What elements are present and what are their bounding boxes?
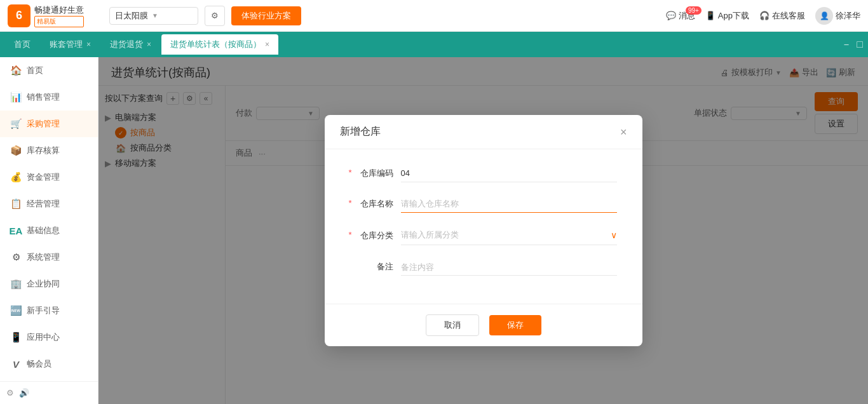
dialog-footer: 取消 保存: [325, 304, 642, 346]
tab-purchase-stat[interactable]: 进货单统计表（按商品） ×: [161, 34, 278, 55]
sidebar-finance-label: 资金管理: [27, 172, 60, 183]
sidebar-sales-label: 销售管理: [27, 91, 60, 103]
name-input[interactable]: [401, 195, 617, 213]
store-name: 日太阳膜: [115, 10, 148, 22]
tab-account-close[interactable]: ×: [86, 40, 91, 49]
tab-purchase-stat-label: 进货单统计表（按商品）: [170, 39, 261, 50]
add-warehouse-dialog: 新增仓库 × 仓库编码 仓库名称 仓库分类: [325, 115, 642, 346]
category-select[interactable]: 请输入所属分类 ∨: [401, 226, 617, 245]
user-item[interactable]: 👤 徐泽华: [815, 7, 860, 25]
sidebar-system-label: 系统管理: [27, 252, 60, 263]
sidebar-purchase-label: 采购管理: [27, 118, 60, 130]
inventory-icon: 📦: [10, 145, 22, 156]
category-label: 仓库分类: [350, 230, 401, 241]
sidebar-item-app-center[interactable]: 📱 应用中心: [0, 324, 98, 351]
tab-purchase-stat-close[interactable]: ×: [265, 40, 269, 49]
settings-button[interactable]: ⚙: [205, 6, 225, 26]
sidebar-operations-label: 经营管理: [27, 198, 60, 210]
guide-icon: 🆕: [10, 305, 22, 316]
tab-minimize-icon[interactable]: －: [841, 38, 851, 51]
code-input[interactable]: [401, 165, 617, 182]
app-download-label: App下载: [718, 10, 749, 22]
online-service-label: 在线客服: [772, 10, 805, 22]
app-download-item[interactable]: 📱 App下载: [705, 10, 749, 22]
category-arrow: ∨: [611, 230, 617, 240]
tab-maximize-icon[interactable]: □: [857, 39, 863, 50]
sidebar-basic-info-label: 基础信息: [27, 225, 60, 236]
basic-info-icon: EA: [10, 225, 22, 236]
operations-icon: 📋: [10, 198, 22, 210]
form-row-note: 备注: [350, 258, 617, 276]
tab-account-label: 账套管理: [50, 39, 83, 50]
tab-home[interactable]: 首页: [5, 34, 39, 55]
sidebar-item-inventory[interactable]: 📦 库存核算: [0, 137, 98, 164]
system-icon: ⚙: [10, 252, 22, 263]
sidebar-item-purchase[interactable]: 🛒 采购管理: [0, 111, 98, 137]
sidebar-inventory-label: 库存核算: [27, 145, 60, 156]
app-center-icon: 📱: [10, 332, 22, 343]
message-icon: 💬: [666, 11, 676, 20]
online-service-item[interactable]: 🎧 在线客服: [759, 10, 805, 22]
sidebar-item-sales[interactable]: 📊 销售管理: [0, 84, 98, 111]
purchase-icon: 🛒: [10, 118, 22, 130]
form-row-category: 仓库分类 请输入所属分类 ∨: [350, 226, 617, 245]
tab-bar-controls: － □: [841, 38, 863, 51]
dialog-header: 新增仓库 ×: [325, 115, 642, 149]
sidebar-enterprise-label: 企业协同: [27, 278, 60, 290]
form-row-code: 仓库编码: [350, 165, 617, 182]
username-label: 徐泽华: [836, 10, 860, 22]
notification-item[interactable]: 💬 消息 99+: [666, 10, 695, 22]
sidebar-app-center-label: 应用中心: [27, 332, 60, 343]
store-selector-arrow: ▼: [152, 12, 158, 19]
main-layout: 🏠 首页 📊 销售管理 🛒 采购管理 📦 库存核算 💰 资金管理 📋 经营管理 …: [0, 57, 868, 404]
top-header: 6 畅捷通好生意 精易版 日太阳膜 ▼ ⚙ 体验行业方案 💬 消息 99+ 📱 …: [0, 0, 868, 32]
sidebar-guide-label: 新手引导: [27, 305, 60, 316]
tab-account[interactable]: 账套管理 ×: [41, 34, 100, 55]
sidebar-item-system[interactable]: ⚙ 系统管理: [0, 244, 98, 271]
sidebar: 🏠 首页 📊 销售管理 🛒 采购管理 📦 库存核算 💰 资金管理 📋 经营管理 …: [0, 57, 98, 404]
sidebar-item-basic-info[interactable]: EA 基础信息: [0, 217, 98, 244]
dialog-title: 新增仓库: [340, 125, 381, 138]
category-placeholder: 请输入所属分类: [401, 229, 459, 241]
brand-text: 畅捷通好生意 精易版: [34, 4, 84, 27]
dialog-body: 仓库编码 仓库名称 仓库分类 请输入所属分类 ∨: [325, 149, 642, 304]
cancel-button[interactable]: 取消: [426, 314, 479, 336]
app-badge: 精易版: [34, 16, 84, 27]
dialog-close-button[interactable]: ×: [620, 126, 627, 138]
app-logo-icon: 6: [8, 4, 31, 27]
tab-bar: 首页 账套管理 × 进货退货 × 进货单统计表（按商品） × － □: [0, 32, 868, 57]
store-selector[interactable]: 日太阳膜 ▼: [109, 7, 198, 25]
tab-home-label: 首页: [14, 39, 31, 50]
name-label: 仓库名称: [350, 198, 401, 210]
headset-icon: 🎧: [759, 11, 770, 20]
sidebar-home-label: 首页: [27, 65, 43, 76]
tab-purchase-return[interactable]: 进货退货 ×: [101, 34, 160, 55]
phone-icon: 📱: [705, 11, 715, 20]
form-row-name: 仓库名称: [350, 195, 617, 213]
sidebar-item-enterprise[interactable]: 🏢 企业协同: [0, 271, 98, 297]
home-icon: 🏠: [10, 65, 22, 76]
sidebar-speaker-icon[interactable]: 🔊: [19, 388, 29, 398]
header-right: 💬 消息 99+ 📱 App下载 🎧 在线客服 👤 徐泽华: [666, 7, 860, 25]
enterprise-icon: 🏢: [10, 278, 22, 290]
sidebar-vip-label: 畅会员: [27, 358, 51, 370]
sidebar-bottom: ⚙ 🔊: [0, 381, 98, 404]
notification-badge: 99+: [686, 6, 702, 15]
finance-icon: 💰: [10, 172, 22, 183]
sales-icon: 📊: [10, 91, 22, 103]
sidebar-settings-icon[interactable]: ⚙: [6, 388, 14, 398]
tab-purchase-return-close[interactable]: ×: [147, 40, 151, 49]
gear-icon: ⚙: [211, 11, 219, 20]
sidebar-item-operations[interactable]: 📋 经营管理: [0, 191, 98, 217]
sidebar-item-home[interactable]: 🏠 首页: [0, 57, 98, 84]
sidebar-item-finance[interactable]: 💰 资金管理: [0, 164, 98, 191]
sidebar-item-vip[interactable]: V 畅会员: [0, 351, 98, 377]
note-label: 备注: [350, 261, 401, 273]
vip-icon: V: [10, 358, 22, 370]
sidebar-item-guide[interactable]: 🆕 新手引导: [0, 297, 98, 324]
note-textarea[interactable]: [401, 258, 617, 276]
save-button[interactable]: 保存: [489, 315, 541, 335]
user-avatar: 👤: [815, 7, 833, 25]
logo-area: 6 畅捷通好生意 精易版: [8, 4, 103, 27]
trial-button[interactable]: 体验行业方案: [231, 6, 301, 25]
